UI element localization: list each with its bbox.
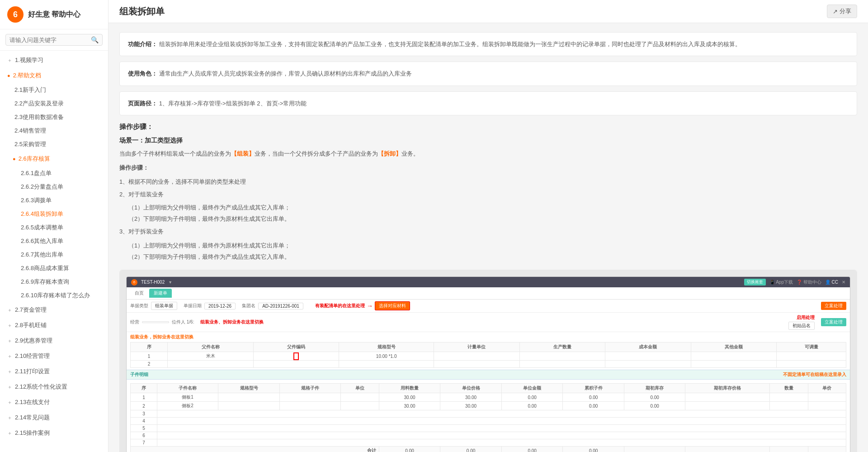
code-highlighted[interactable] [293,352,299,360]
expand-icon-cou: ＋ [7,338,12,344]
tab-new[interactable]: 新建单 [149,289,172,298]
expand-icon-fin: ＋ [7,307,12,314]
cell-otheamt [691,352,777,361]
search-icon: 🔍 [91,36,99,43]
field-date-value[interactable]: 2019-12-26 [204,303,236,309]
annotation-switch-text: 组装业务、拆卸业务在这里切换 [200,319,264,325]
window-id: TEST-H002 [141,280,165,285]
sidebar-item-coupon[interactable]: ＋ 2.9优惠券管理 [0,333,108,348]
th-avail: 可调量 [777,343,846,352]
sidebar-item-mobile[interactable]: ＋ 2.8手机旺铺 [0,318,108,333]
expand-icon-sys: ＋ [7,384,12,390]
sub-step-3-2: （2）下部明细为子件明细，最终作为产成品生成其它入库单。 [128,252,857,263]
bottom-table-head: 序 子件名称 规格型号 规格子件 单位 用料数量 单位价格 单位金额 累积子件 [131,384,846,393]
tab-home[interactable]: 自页 [130,289,148,298]
sidebar-item-inv9[interactable]: 2.6.9库存账本查询 [0,275,108,289]
bom-btn[interactable]: 选择对应材料 [375,301,410,310]
role-block: 使用角色： 通常由生产人员或库管人员完成拆装业务的操作，库管人员确认原材料的出库… [119,62,857,86]
bottom-row-2: 2 侧板2 30.00 30.00 0.00 0.00 0.00 [131,402,846,410]
search-box[interactable]: 🔍 [5,34,103,46]
sub-step-2-1: （1）上部明细为父件明细，最终作为产成品生成其它入库单； [128,202,857,214]
cell2-name [168,361,254,368]
sidebar-item-finance[interactable]: ＋ 2.7资金管理 [0,302,108,318]
sidebar-item-inv5[interactable]: 2.6.5成本调整单 [0,221,108,234]
scene1-desc: 当由多个子件材料组装成一个成品的业务为【组装】业务，当由一个父件拆分成多个子产品… [119,148,857,160]
topbar-help: ❓ 帮助中心 [797,279,821,285]
sidebar-item-faq[interactable]: ＋ 2.14常见问题 [0,410,108,425]
top-table-body: 1 米木 10.00 *1.0 [131,352,846,368]
screenshot-inner: 6 TEST-H002 ▼ 切换账套 📱 App下载 ❓ 帮助中心 👤 CC ✕ [120,270,857,452]
sidebar-item-inv6[interactable]: 2.6.6其他入库单 [0,234,108,248]
intro-text: 组装拆卸单用来处理企业组装或拆卸等加工业务，支持有固定装配清单的产品加工业务，也… [159,41,741,48]
field-type-label: 单据类型 [130,303,148,309]
ops-steps-title: 操作步骤： [119,162,857,174]
annotation-bom: 有装配清单的在这里处理 → 选择对应材料 [315,301,410,310]
sidebar-item-docs[interactable]: ● 2.帮助文档 [0,68,108,83]
top-table-area: 组装业务，拆卸业务在这里切换 序 父件名称 父件编码 规格型号 计量单位 [127,332,850,370]
field-num-value[interactable]: AD-20191226-001 [258,303,303,309]
page-title: 组装拆卸单 [119,5,165,18]
confirm-btn[interactable]: 立案处理 [821,318,846,326]
expand-icon-ops: ＋ [7,353,12,360]
operator-input[interactable] [142,321,169,323]
bottom-header-row: 序 子件名称 规格型号 规格子件 单位 用料数量 单位价格 单位金额 累积子件 [131,384,846,393]
bth-subspec: 规格子件 [279,384,341,393]
sidebar-item-video[interactable]: ＋ 1.视频学习 [0,52,108,68]
toolbar-right-btns: 立案处理 [821,302,846,310]
sidebar-item-inv1[interactable]: 2.6.1盘点单 [0,167,108,180]
bottom-totals-row: 合计 0.00 0.00 0.00 0.00 [131,447,846,452]
expand-icon-prt: ＋ [7,368,12,375]
bottom-row-3: 3 [131,410,846,418]
step-2: 2、对于组装业务 [119,189,857,200]
sidebar-item-inv4[interactable]: 2.6.4组装拆卸单 [0,207,108,221]
sidebar-item-print[interactable]: ＋ 2.11打印设置 [0,364,108,379]
sidebar-item-new[interactable]: 2.1新手入门 [0,83,108,97]
sidebar-item-install[interactable]: 2.2产品安装及登录 [0,97,108,110]
cell-code [253,352,339,361]
topbar-user: 👤 CC [825,280,838,285]
share-button[interactable]: ↗ 分享 [827,5,857,18]
sidebar-item-inv10[interactable]: 2.6.10库存账本错了怎么办 [0,289,108,302]
sidebar-item-inventory[interactable]: ● 2.6库存核算 [0,151,108,167]
sidebar-item-pay[interactable]: ＋ 2.13在线支付 [0,395,108,410]
enable-field[interactable]: 初始品名 [788,322,815,330]
logo-text: 好生意 帮助中心 [28,10,80,19]
window-title-area: 6 TEST-H002 ▼ [131,279,172,285]
sidebar-item-inv7[interactable]: 2.6.7其他出库单 [0,248,108,262]
sidebar-item-purchase[interactable]: 2.5采购管理 [0,138,108,151]
sidebar-item-inv8[interactable]: 2.6.8商品成本重算 [0,262,108,275]
search-input[interactable] [9,37,91,43]
bth-unit: 单位 [341,384,379,393]
topbar-app-icon: 📱 App下载 [769,279,793,285]
sidebar-item-sales[interactable]: 2.4销售管理 [0,124,108,138]
topbar-switch-btn[interactable]: 切换账套 [744,279,766,285]
sidebar-item-inv3[interactable]: 2.6.3调拨单 [0,194,108,207]
cell-seq: 1 [131,352,168,361]
cell2-otheamt [691,361,777,368]
count-label: 位件人 1/6: [172,319,194,325]
th-parent-code: 父件编码 [253,343,339,352]
logo-icon: 6 [7,6,24,23]
window-close-icon[interactable]: ✕ [842,280,845,285]
top-table-row-1: 1 米木 10.00 *1.0 [131,352,846,361]
sidebar-item-cases[interactable]: ＋ 2.15操作案例 [0,425,108,441]
bottom-row-1: 1 侧板1 30.00 30.00 0.00 0.00 0.00 [131,393,846,402]
operator-label: 经营 [130,319,139,325]
step-3: 3、对于拆装业务 [119,226,857,238]
ops-title: 操作步骤： [119,123,857,131]
process-btn[interactable]: 立案处理 [821,302,846,310]
field-type-value[interactable]: 组装单据 [151,302,177,310]
sidebar-item-inv2[interactable]: 2.6.2分量盘点单 [0,180,108,194]
expand-icon-inv: ● [13,156,16,162]
sidebar-item-data[interactable]: 2.3使用前数据准备 [0,110,108,124]
cell2-seq: 2 [131,361,168,368]
bottom-table: 序 子件名称 规格型号 规格子件 单位 用料数量 单位价格 单位金额 累积子件 [130,383,846,452]
bottom-table-area: 序 子件名称 规格型号 规格子件 单位 用料数量 单位价格 单位金额 累积子件 [127,380,850,452]
sidebar-item-ops[interactable]: ＋ 2.10经营管理 [0,348,108,364]
bottom-row-5: 5 [131,425,846,432]
sidebar-item-system[interactable]: ＋ 2.12系统个性化设置 [0,379,108,395]
annotation-enable-text: 启用处理 [797,314,815,321]
toolbar-row2: 经营 位件人 1/6: 组装业务、拆卸业务在这里切换 启用处理 初始品名 立案处… [127,313,850,332]
th-spec: 规格型号 [339,343,434,352]
field-num-label: 集团名 [242,303,255,309]
